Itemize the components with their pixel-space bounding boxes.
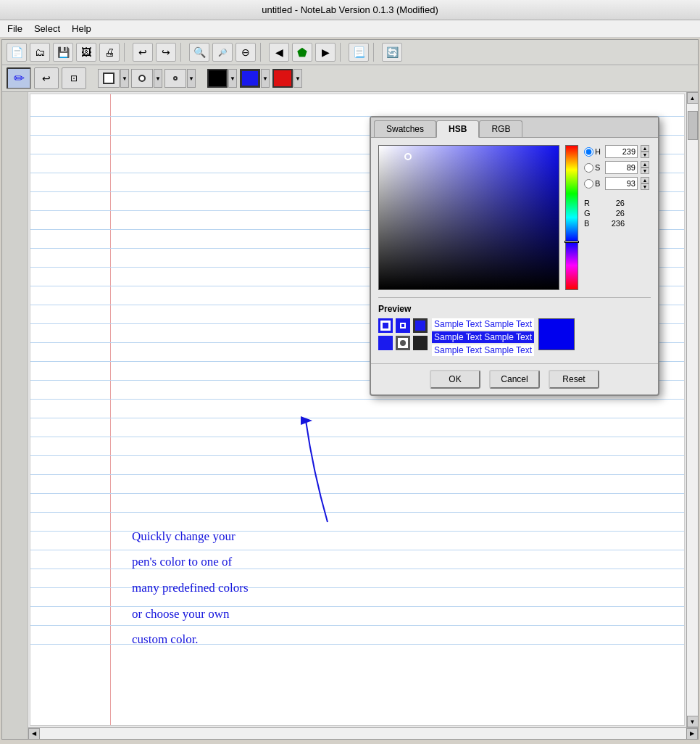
page-button[interactable]: 📃 — [349, 43, 369, 62]
s-spin-down[interactable]: ▼ — [641, 168, 649, 174]
size2-btn[interactable] — [131, 69, 153, 88]
blue-color-btn[interactable] — [240, 69, 260, 88]
preview-swatch-1c[interactable] — [413, 318, 428, 333]
h-radio-label: H — [584, 147, 602, 157]
s-spin: ▲ ▼ — [641, 161, 649, 174]
preview-text-normal-1: Sample Text Sample Text — [432, 318, 534, 330]
blue-color-group: ▼ — [240, 69, 270, 88]
image-button[interactable]: 🖼 — [76, 43, 96, 62]
cancel-button[interactable]: Cancel — [489, 370, 540, 389]
red-color-btn[interactable] — [272, 69, 293, 88]
preview-swatch-2a[interactable] — [378, 336, 393, 350]
menu-help[interactable]: Help — [72, 23, 91, 34]
preview-swatch-1b[interactable] — [396, 318, 410, 333]
b-spin: ▲ ▼ — [641, 177, 649, 190]
line — [30, 550, 684, 550]
b-spin-up[interactable]: ▲ — [641, 177, 649, 183]
black-color-arrow[interactable]: ▼ — [228, 69, 237, 88]
hw-line-4: or choose your own — [132, 601, 249, 627]
select-tool-button[interactable]: ⊡ — [62, 67, 86, 89]
preview-color-block[interactable] — [538, 318, 575, 350]
s-spin-up[interactable]: ▲ — [641, 161, 649, 168]
zoom-normal-button[interactable]: 🔎 — [212, 43, 233, 62]
h-spin-down[interactable]: ▼ — [641, 152, 649, 158]
blue-color-arrow[interactable]: ▼ — [261, 69, 270, 88]
size1-btn[interactable] — [98, 69, 120, 88]
zoom-out-button[interactable]: ⊖ — [236, 43, 256, 62]
zoom-in-button[interactable]: 🔍 — [189, 43, 209, 62]
save-button[interactable]: 💾 — [53, 43, 73, 62]
size3-arrow[interactable]: ▼ — [187, 69, 196, 88]
preview-swatch-2c[interactable] — [413, 336, 428, 350]
h-spin: ▲ ▼ — [641, 145, 649, 158]
b-radio-label: B — [584, 179, 602, 189]
hscroll-left-arrow[interactable]: ◀ — [28, 728, 40, 740]
red-color-arrow[interactable]: ▼ — [293, 69, 302, 88]
separator2 — [180, 43, 185, 62]
hscroll-right-arrow[interactable]: ▶ — [686, 728, 698, 740]
hue-indicator — [564, 241, 579, 243]
menu-file[interactable]: File — [7, 23, 22, 34]
preview-content: Sample Text Sample Text Sample Text Samp… — [378, 318, 651, 356]
preview-row2 — [378, 336, 428, 350]
dialog-content: H ▲ ▼ S — [371, 138, 658, 363]
s-radio[interactable] — [584, 163, 593, 173]
print-button[interactable]: 🖨 — [99, 43, 120, 62]
undo-button[interactable]: ↩ — [133, 43, 153, 62]
menu-bar: File Select Help — [0, 20, 700, 38]
s-radio-label: S — [584, 163, 602, 173]
hscroll-track[interactable] — [40, 728, 686, 739]
gradient-inner — [379, 146, 559, 289]
eraser-tool-button[interactable]: ↩ — [34, 67, 59, 89]
line — [30, 569, 684, 569]
preview-swatch-1a[interactable] — [378, 318, 393, 333]
dialog-window: Swatches HSB RGB — [370, 116, 659, 396]
color-picker-dialog: Swatches HSB RGB — [370, 116, 659, 396]
reset-button[interactable]: Reset — [549, 370, 599, 389]
b-input[interactable] — [605, 177, 638, 190]
forward-button[interactable]: ▶ — [315, 43, 336, 62]
h-radio[interactable] — [584, 147, 593, 157]
size2-arrow[interactable]: ▼ — [154, 69, 162, 88]
open-button[interactable]: 🗂 — [30, 43, 50, 62]
separator1 — [124, 43, 128, 62]
scroll-thumb[interactable] — [688, 111, 698, 140]
scroll-track[interactable] — [687, 104, 698, 716]
pen-tool-button[interactable]: ✏ — [7, 67, 31, 89]
black-color-btn[interactable] — [207, 69, 228, 88]
toolbar-main: 📄 🗂 💾 🖼 🖨 ↩ ↪ 🔍 🔎 ⊖ ◀ ⬟ ▶ 📃 🔄 — [2, 40, 698, 65]
s-input[interactable] — [605, 161, 638, 174]
ok-button[interactable]: OK — [430, 370, 480, 389]
tab-rgb[interactable]: RGB — [479, 120, 522, 137]
hw-line-2: pen's color to one of — [132, 549, 249, 575]
size-selectors: ▼ ▼ ▼ — [98, 69, 196, 88]
title-bar: untitled - NoteLab Version 0.1.3 (Modifi… — [0, 0, 700, 20]
hw-line-5: custom color. — [132, 627, 249, 653]
preview-swatch-2b[interactable] — [396, 336, 410, 350]
picker-area: H ▲ ▼ S — [378, 145, 651, 290]
menu-select[interactable]: Select — [34, 23, 60, 34]
color-gradient[interactable] — [378, 145, 559, 290]
preview-text-col: Sample Text Sample Text Sample Text Samp… — [432, 318, 534, 356]
h-spin-up[interactable]: ▲ — [641, 145, 649, 152]
home-button[interactable]: ⬟ — [292, 43, 312, 62]
line — [30, 531, 684, 532]
new-button[interactable]: 📄 — [7, 43, 27, 62]
b-spin-down[interactable]: ▼ — [641, 183, 649, 190]
size3-btn[interactable] — [164, 69, 186, 88]
scroll-up-arrow[interactable]: ▲ — [687, 92, 699, 104]
tab-swatches[interactable]: Swatches — [374, 120, 436, 137]
back-button[interactable]: ◀ — [269, 43, 289, 62]
margin-line — [110, 94, 111, 725]
preview-text-normal-2: Sample Text Sample Text — [432, 344, 534, 356]
size1-group: ▼ — [98, 69, 129, 88]
red-color-group: ▼ — [272, 69, 302, 88]
scroll-down-arrow[interactable]: ▼ — [687, 716, 699, 727]
tab-hsb[interactable]: HSB — [436, 120, 479, 138]
size1-arrow[interactable]: ▼ — [120, 69, 129, 88]
b-radio[interactable] — [584, 179, 593, 189]
h-input[interactable] — [605, 145, 638, 158]
refresh-button[interactable]: 🔄 — [382, 43, 402, 62]
hue-strip[interactable] — [565, 145, 578, 290]
redo-button[interactable]: ↪ — [156, 43, 176, 62]
